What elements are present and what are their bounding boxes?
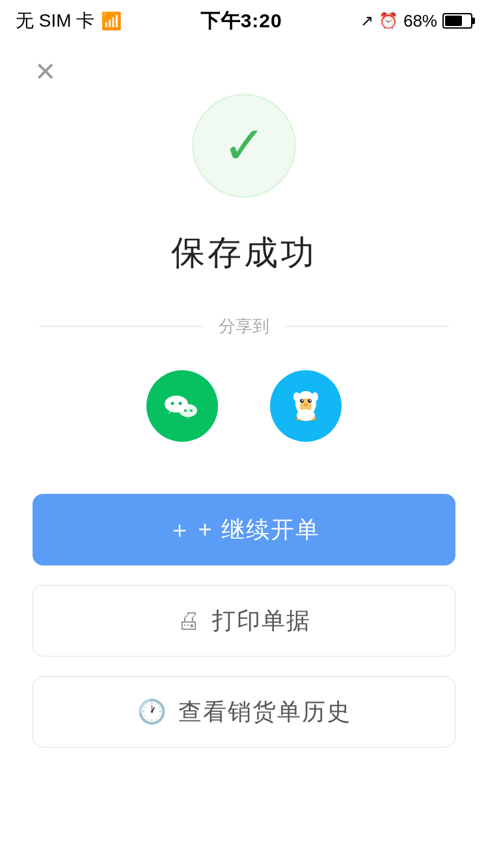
battery-indicator xyxy=(442,13,472,29)
svg-point-4 xyxy=(184,409,187,412)
share-section: 分享到 xyxy=(0,315,488,442)
svg-point-19 xyxy=(297,409,315,421)
svg-point-10 xyxy=(300,399,304,403)
plus-icon: ＋ xyxy=(168,514,193,546)
alarm-icon: ⏰ xyxy=(379,12,398,30)
status-left: 无 SIM 卡 📶 xyxy=(16,8,122,33)
print-icon: 🖨 xyxy=(177,607,202,634)
print-button[interactable]: 🖨 打印单据 xyxy=(33,585,455,657)
share-icons-row xyxy=(146,370,342,442)
clock-icon: 🕐 xyxy=(137,698,168,726)
location-icon: ↗ xyxy=(360,12,373,30)
divider-right xyxy=(285,326,449,327)
history-button[interactable]: 🕐 查看销货单历史 xyxy=(33,676,455,748)
svg-point-17 xyxy=(293,392,300,401)
status-time: 下午3:20 xyxy=(200,8,282,34)
svg-point-11 xyxy=(308,399,312,403)
status-bar: 无 SIM 卡 📶 下午3:20 ↗ ⏰ 68% xyxy=(0,0,488,42)
svg-point-12 xyxy=(301,399,303,400)
close-button[interactable]: ✕ xyxy=(26,52,65,91)
qq-svg-icon xyxy=(285,385,327,427)
history-label: 查看销货单历史 xyxy=(178,696,351,728)
action-buttons: ＋ + 继续开单 🖨 打印单据 🕐 查看销货单历史 xyxy=(0,494,488,748)
wechat-svg-icon xyxy=(159,383,205,429)
wechat-share-button[interactable] xyxy=(146,370,218,442)
print-label: 打印单据 xyxy=(212,605,311,637)
battery-fill xyxy=(445,16,462,26)
qq-share-button[interactable] xyxy=(270,370,342,442)
no-sim-label: 无 SIM 卡 xyxy=(16,8,94,33)
svg-point-3 xyxy=(179,402,182,405)
svg-point-5 xyxy=(190,409,193,412)
checkmark-icon: ✓ xyxy=(223,120,266,172)
svg-point-14 xyxy=(303,403,308,406)
svg-point-13 xyxy=(309,399,310,400)
divider-row: 分享到 xyxy=(0,315,488,338)
success-icon-circle: ✓ xyxy=(192,94,296,198)
divider-left xyxy=(39,326,203,327)
status-right: ↗ ⏰ 68% xyxy=(360,11,472,31)
battery-label: 68% xyxy=(403,11,437,31)
continue-label: + 继续开单 xyxy=(198,514,319,546)
svg-point-2 xyxy=(171,402,174,405)
share-label: 分享到 xyxy=(203,315,285,338)
svg-point-1 xyxy=(179,404,197,417)
close-icon: ✕ xyxy=(34,59,57,85)
success-title: 保存成功 xyxy=(171,230,317,276)
svg-point-18 xyxy=(312,392,318,401)
wifi-icon: 📶 xyxy=(101,11,122,31)
continue-button[interactable]: ＋ + 继续开单 xyxy=(33,494,455,565)
main-content: ✓ 保存成功 分享到 xyxy=(0,42,488,748)
